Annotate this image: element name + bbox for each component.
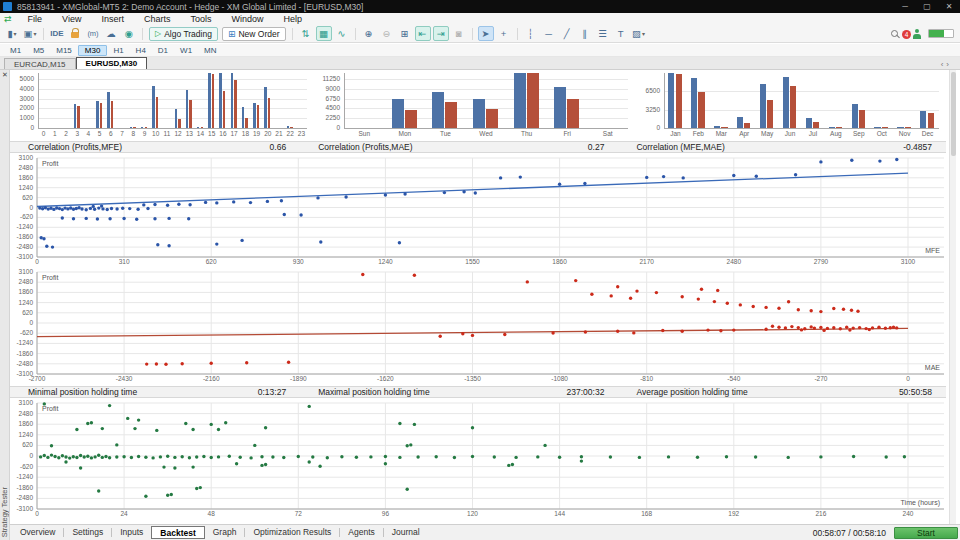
chart-shift-icon[interactable]: ⇤: [415, 26, 431, 41]
hourly-profit-bar-chart: 0100020003000400050000123456789101112131…: [12, 71, 312, 139]
tab-scroll-arrows[interactable]: ‹›: [941, 60, 960, 69]
menu-help[interactable]: Help: [273, 14, 312, 24]
zigzag-icon[interactable]: ∿: [334, 26, 350, 41]
strategy-tester-label: Strategy Tester: [0, 487, 9, 537]
backtest-elapsed-time: 00:58:07 / 00:58:10: [813, 528, 886, 538]
holding-time-profit-scatter: -3100-2480-1860-1240-6200620124018602480…: [10, 399, 946, 519]
daily-profit-bar-chart: 0225045006750900011250SunMonTueWedThuFri…: [318, 71, 633, 139]
start-button[interactable]: Start: [894, 527, 958, 539]
menu-bar: ⇄ File View Insert Charts Tools Window H…: [0, 13, 960, 25]
corr-profits-mfe-label: Correlation (Profits,MFE): [28, 142, 122, 152]
monthly-profit-bar-chart: 032506500JanFebMarAprMayJunJulAugSepOctN…: [638, 71, 944, 139]
tf-mn[interactable]: MN: [198, 45, 222, 56]
vertical-line-tool-icon[interactable]: ┆: [523, 26, 539, 41]
connection-status-icon: [928, 29, 954, 38]
horizontal-line-tool-icon[interactable]: ─: [541, 26, 557, 41]
menu-insert[interactable]: Insert: [91, 14, 134, 24]
grid-icon[interactable]: ⊞: [397, 26, 413, 41]
auto-scroll-icon[interactable]: ⇥: [433, 26, 449, 41]
menu-window[interactable]: Window: [221, 14, 273, 24]
zoom-out-icon[interactable]: ⊖: [379, 26, 395, 41]
menu-file[interactable]: File: [18, 14, 53, 24]
community-user-icon[interactable]: [912, 29, 921, 39]
corr-mfe-mae-value: -0.4857: [903, 142, 932, 152]
tab-graph[interactable]: Graph: [205, 526, 245, 539]
tf-m30[interactable]: M30: [78, 45, 108, 56]
tab-inputs[interactable]: Inputs: [112, 526, 151, 539]
tab-settings[interactable]: Settings: [64, 526, 111, 539]
tab-optimization-results[interactable]: Optimization Results: [245, 526, 339, 539]
mql-market-icon[interactable]: (m): [85, 26, 101, 41]
algo-trading-button[interactable]: ▷Algo Trading: [149, 27, 218, 41]
notification-badge: 4: [902, 30, 911, 39]
tab-backtest[interactable]: Backtest: [151, 526, 204, 539]
mfe-profit-scatter: -3100-2480-1860-1240-6200620124018602480…: [10, 154, 946, 267]
min-holding-label: Minimal position holding time: [28, 387, 137, 397]
trendline-tool-icon[interactable]: ╱: [559, 26, 575, 41]
chart-tab-eurcad[interactable]: EURCAD,M15: [4, 58, 76, 69]
corr-profits-mae-label: Correlation (Profits,MAE): [318, 142, 412, 152]
cursor-tool-icon[interactable]: ➤: [478, 26, 494, 41]
tab-journal[interactable]: Journal: [384, 526, 428, 539]
max-holding-label: Maximal position holding time: [318, 387, 430, 397]
corr-profits-mfe-value: 0.66: [270, 142, 287, 152]
zoom-in-icon[interactable]: ⊕: [361, 26, 377, 41]
tab-agents[interactable]: Agents: [340, 526, 382, 539]
tf-w1[interactable]: W1: [174, 45, 198, 56]
close-button[interactable]: ✕: [938, 2, 960, 11]
tab-overview[interactable]: Overview: [12, 526, 63, 539]
menu-tools[interactable]: Tools: [180, 14, 221, 24]
tester-bottom-bar: Overview Settings Inputs Backtest Graph …: [10, 524, 960, 540]
screenshot-icon[interactable]: ◙: [451, 26, 467, 41]
chart-type-dropdown[interactable]: ▮▾: [4, 26, 20, 41]
toolbar: ▮▾ ▣▾ IDE (m) ☁ ◉ ▷Algo Trading ⊞New Ord…: [0, 25, 960, 43]
channel-tool-icon[interactable]: ∥: [577, 26, 593, 41]
tf-d1[interactable]: D1: [152, 45, 174, 56]
avg-holding-label: Average position holding time: [636, 387, 747, 397]
max-holding-value: 237:00:32: [567, 387, 605, 397]
fibonacci-tool-icon[interactable]: ☰: [595, 26, 611, 41]
maximize-button[interactable]: ▢: [916, 2, 938, 11]
holding-time-stats-row: Minimal position holding time0:13:27 Max…: [10, 386, 946, 398]
ide-button[interactable]: IDE: [49, 26, 65, 41]
avg-holding-value: 50:50:58: [899, 387, 932, 397]
tf-h1[interactable]: H1: [107, 45, 129, 56]
menu-charts[interactable]: Charts: [134, 14, 181, 24]
tick-chart-icon[interactable]: ⇅: [298, 26, 314, 41]
mt5-window: 85813941 - XMGlobal-MT5 2: Demo Account …: [0, 0, 960, 540]
community-icon[interactable]: ◉: [121, 26, 137, 41]
cloud-icon[interactable]: ☁: [103, 26, 119, 41]
chart-tab-eurusd[interactable]: EURUSD,M30: [76, 57, 148, 69]
mae-profit-scatter: -3100-2480-1860-1240-6200620124018602480…: [10, 268, 946, 384]
sync-icon: ⇄: [4, 14, 12, 24]
shapes-dropdown[interactable]: ▨▾: [631, 26, 647, 41]
strategy-tester-strip: ✕ Strategy Tester: [0, 70, 10, 540]
panel-close-icon[interactable]: ✕: [0, 70, 10, 80]
window-title: 85813941 - XMGlobal-MT5 2: Demo Account …: [17, 2, 363, 12]
metaeditor-lock-icon[interactable]: [67, 26, 83, 41]
market-watch-icon[interactable]: ▦: [316, 26, 332, 41]
crosshair-tool-icon[interactable]: +: [496, 26, 512, 41]
scrollbar-thumb[interactable]: [951, 72, 956, 156]
vertical-scrollbar[interactable]: [949, 70, 956, 524]
text-tool-icon[interactable]: T: [613, 26, 629, 41]
timeframe-bar: M1 M5 M15 M30 H1 H4 D1 W1 MN: [0, 44, 960, 57]
new-order-button[interactable]: ⊞New Order: [222, 27, 286, 41]
mt5-logo-icon: [3, 2, 12, 11]
indicator-window-dropdown[interactable]: ▣▾: [22, 26, 38, 41]
tf-h4[interactable]: H4: [130, 45, 152, 56]
corr-mfe-mae-label: Correlation (MFE,MAE): [636, 142, 724, 152]
minimize-button[interactable]: ─: [894, 2, 916, 11]
min-holding-value: 0:13:27: [258, 387, 286, 397]
tf-m1[interactable]: M1: [4, 45, 27, 56]
tf-m5[interactable]: M5: [27, 45, 50, 56]
corr-profits-mae-value: 0.27: [588, 142, 605, 152]
chart-tab-strip: EURCAD,M15 EURUSD,M30 ‹›: [0, 57, 960, 70]
menu-view[interactable]: View: [52, 14, 91, 24]
search-icon[interactable]: [891, 30, 898, 37]
title-bar: 85813941 - XMGlobal-MT5 2: Demo Account …: [0, 0, 960, 13]
tf-m15[interactable]: M15: [50, 45, 78, 56]
correlation-stats-row: Correlation (Profits,MFE)0.66 Correlatio…: [10, 141, 946, 153]
